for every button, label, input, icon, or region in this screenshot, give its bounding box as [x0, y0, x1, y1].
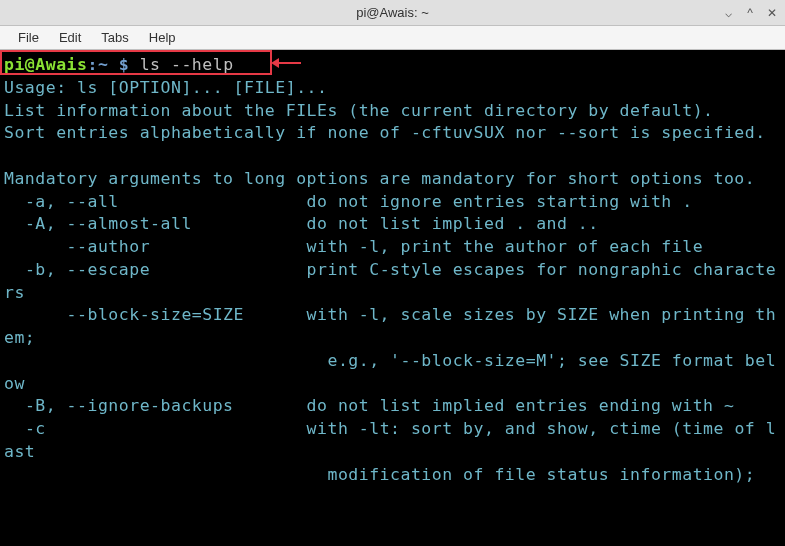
minimize-button[interactable]: ⌵	[721, 6, 735, 20]
prompt-line: pi@Awais:~ $ ls --help	[4, 54, 785, 77]
prompt-user-host: pi@Awais	[4, 55, 87, 74]
window-title: pi@Awais: ~	[356, 5, 429, 20]
close-button[interactable]: ✕	[765, 6, 779, 20]
menu-edit[interactable]: Edit	[49, 30, 91, 45]
window-titlebar: pi@Awais: ~ ⌵ ^ ✕	[0, 0, 785, 26]
command-text: ls --help	[140, 55, 234, 74]
maximize-button[interactable]: ^	[743, 6, 757, 20]
menubar: File Edit Tabs Help	[0, 26, 785, 50]
prompt-path: ~	[98, 55, 108, 74]
menu-help[interactable]: Help	[139, 30, 186, 45]
menu-file[interactable]: File	[8, 30, 49, 45]
annotation-arrow-icon	[273, 62, 301, 64]
terminal-area[interactable]: pi@Awais:~ $ ls --help Usage: ls [OPTION…	[0, 50, 785, 487]
menu-tabs[interactable]: Tabs	[91, 30, 138, 45]
window-controls: ⌵ ^ ✕	[721, 6, 779, 20]
prompt-symbol: $	[119, 55, 129, 74]
terminal-output: Usage: ls [OPTION]... [FILE]... List inf…	[4, 77, 785, 487]
